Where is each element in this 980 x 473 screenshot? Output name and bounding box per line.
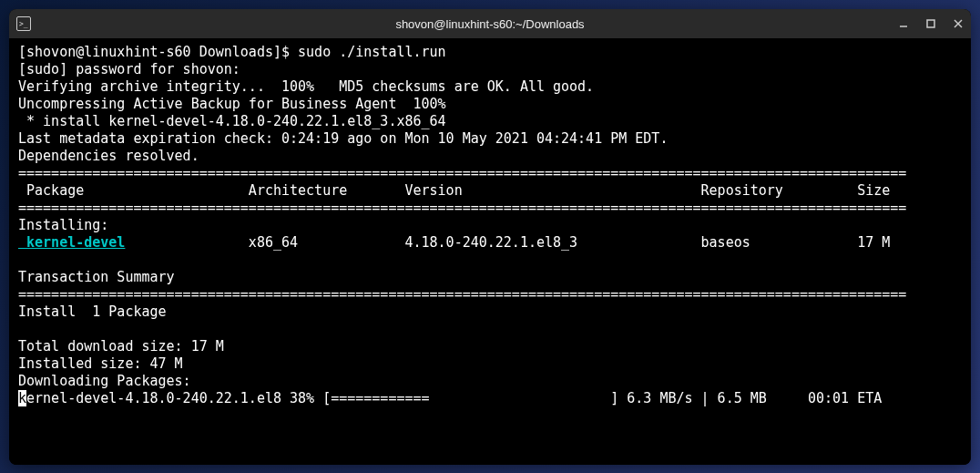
install-kernel-line: * install kernel-devel-4.18.0-240.22.1.e… xyxy=(18,113,446,129)
minimize-button[interactable] xyxy=(896,16,911,31)
window-title: shovon@linuxhint-s60:~/Downloads xyxy=(395,17,584,31)
transaction-summary-label: Transaction Summary xyxy=(18,269,175,285)
entered-command: sudo ./install.run xyxy=(298,44,446,60)
uncompress-line: Uncompressing Active Backup for Business… xyxy=(18,96,446,112)
terminal-content[interactable]: [shovon@linuxhint-s60 Downloads]$ sudo .… xyxy=(9,38,971,465)
titlebar-left: >_ xyxy=(16,16,31,31)
close-button[interactable] xyxy=(951,16,965,31)
cursor: k xyxy=(18,390,26,406)
terminal-window: >_ shovon@linuxhint-s60:~/Downloads [sho… xyxy=(9,9,971,465)
installed-size: Installed size: 47 M xyxy=(18,355,183,372)
verify-line: Verifying archive integrity... 100% MD5 … xyxy=(18,78,594,95)
shell-prompt: [shovon@linuxhint-s60 Downloads]$ xyxy=(18,44,298,60)
package-name: kernel-devel xyxy=(18,234,125,251)
sudo-password-prompt: [sudo] password for shovon: xyxy=(18,61,240,77)
terminal-icon: >_ xyxy=(16,16,31,31)
titlebar[interactable]: >_ shovon@linuxhint-s60:~/Downloads xyxy=(9,9,971,38)
maximize-button[interactable] xyxy=(924,16,938,31)
package-details: x86_64 4.18.0-240.22.1.el8_3 baseos 17 M xyxy=(125,234,890,251)
svg-rect-1 xyxy=(927,20,934,27)
metadata-line: Last metadata expiration check: 0:24:19 … xyxy=(18,130,668,147)
separator-bottom: ========================================… xyxy=(18,286,906,303)
install-count: Install 1 Package xyxy=(18,303,167,320)
deps-resolved-line: Dependencies resolved. xyxy=(18,148,199,164)
separator-mid: ========================================… xyxy=(18,200,906,216)
downloading-label: Downloading Packages: xyxy=(18,373,191,389)
window-controls xyxy=(896,16,965,31)
installing-label: Installing: xyxy=(18,217,108,233)
separator-top: ========================================… xyxy=(18,165,906,181)
table-header: Package Architecture Version Repository … xyxy=(18,182,890,199)
total-download-size: Total download size: 17 M xyxy=(18,338,224,355)
download-progress: ernel-devel-4.18.0-240.22.1.el8 38% [===… xyxy=(26,390,882,406)
